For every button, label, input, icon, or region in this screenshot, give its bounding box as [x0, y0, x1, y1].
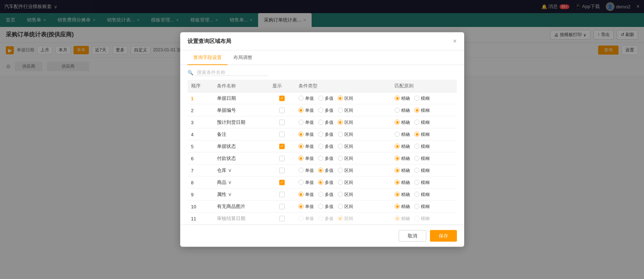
modal-tab-field-settings[interactable]: 查询字段设置	[187, 51, 228, 65]
modal-close-button[interactable]: ×	[453, 38, 457, 45]
modal-tab-bar: 查询字段设置 布局调整	[180, 51, 464, 65]
settings-modal: 设置查询区域布局 × 查询字段设置 布局调整 🔍 顺序 条件名称 显示 条件类型…	[180, 32, 464, 76]
modal-tab-layout-adjust[interactable]: 布局调整	[228, 51, 258, 65]
search-icon: 🔍	[187, 70, 193, 75]
modal-header: 设置查询区域布局 ×	[180, 32, 464, 51]
modal-search-area: 🔍	[180, 65, 464, 76]
modal-tab-layout-adjust-label: 布局调整	[233, 55, 252, 60]
modal-tab-field-settings-label: 查询字段设置	[193, 55, 222, 60]
search-input[interactable]	[195, 69, 268, 76]
modal-title: 设置查询区域布局	[187, 38, 231, 45]
